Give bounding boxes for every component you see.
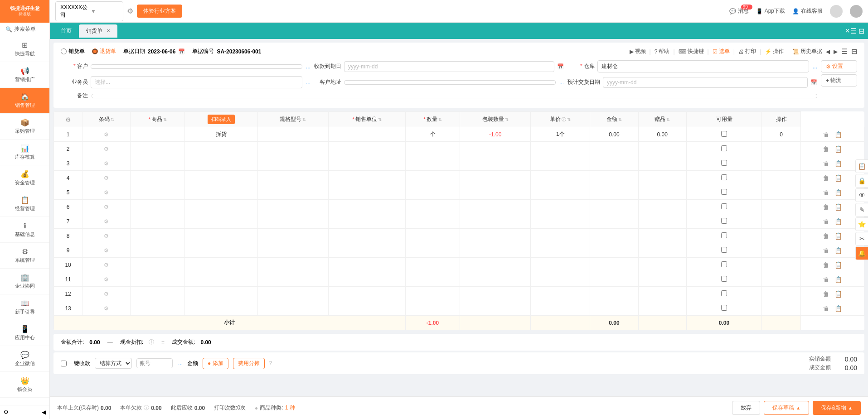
salesperson-dots-btn[interactable]: ...	[306, 79, 310, 86]
tab-close-icon[interactable]: ×	[107, 28, 110, 34]
cell-barcode[interactable]	[131, 243, 185, 258]
gift-checkbox[interactable]	[721, 218, 727, 224]
action-history[interactable]: 📜历史单据	[792, 48, 822, 55]
cell-pkg-qty[interactable]	[531, 229, 590, 243]
cell-gift[interactable]	[686, 258, 762, 272]
cell-spec[interactable]	[328, 229, 405, 243]
cell-barcode[interactable]	[131, 185, 185, 200]
float-btn-5[interactable]: ⭐	[855, 217, 868, 231]
gift-checkbox[interactable]	[721, 203, 727, 209]
sidebar-item-member[interactable]: 👑 畅会员	[0, 372, 49, 398]
sidebar-item-apps[interactable]: 📱 应用中心	[0, 320, 49, 346]
float-btn-3[interactable]: 👁	[855, 188, 868, 202]
cell-pkg-qty[interactable]	[531, 185, 590, 200]
gift-checkbox[interactable]	[721, 261, 727, 267]
cell-barcode[interactable]	[131, 171, 185, 185]
cell-barcode[interactable]	[131, 287, 185, 301]
cell-unit-price[interactable]	[590, 142, 638, 156]
cell-barcode[interactable]	[131, 200, 185, 214]
gift-checkbox[interactable]	[721, 247, 727, 253]
cell-spec[interactable]	[328, 127, 405, 142]
copy-row-btn[interactable]: 📋	[833, 304, 844, 313]
cell-unit-price[interactable]	[590, 229, 638, 243]
sidebar-item-system[interactable]: ⚙ 系统管理	[0, 243, 49, 269]
cell-unit[interactable]	[405, 258, 460, 272]
unit-price-info-icon[interactable]: ⓘ	[562, 116, 566, 123]
copy-row-btn[interactable]: 📋	[833, 130, 844, 139]
cell-amount[interactable]	[638, 229, 686, 243]
cell-unit-price[interactable]	[590, 301, 638, 316]
warehouse-input[interactable]: 建材仓	[597, 60, 809, 72]
cell-gift[interactable]	[686, 185, 762, 200]
cell-unit-price[interactable]	[590, 156, 638, 171]
salesperson-input[interactable]: 选择...	[91, 76, 302, 88]
company-selector[interactable]: XXXXXX公司 ▼	[55, 1, 123, 21]
sidebar-item-purchase[interactable]: 📦 采购管理	[0, 114, 49, 140]
cell-pkg-qty[interactable]	[531, 287, 590, 301]
row-config-icon[interactable]: ⚙	[104, 175, 109, 181]
customer-dots-btn[interactable]: ...	[306, 63, 310, 70]
cell-barcode[interactable]	[131, 301, 185, 316]
cell-unit[interactable]	[405, 287, 460, 301]
user-avatar[interactable]	[830, 5, 843, 18]
cell-qty[interactable]	[460, 301, 531, 316]
delete-row-btn[interactable]: 🗑	[821, 130, 831, 139]
action-video[interactable]: ▶视频	[630, 48, 646, 55]
row-config-icon[interactable]: ⚙	[104, 291, 109, 297]
cell-qty[interactable]	[460, 200, 531, 214]
sidebar-item-basic[interactable]: ℹ 基础信息	[0, 217, 49, 243]
cell-unit[interactable]	[405, 142, 460, 156]
sidebar-item-quick-nav[interactable]: ⊞ 快捷导航	[0, 36, 49, 62]
cell-amount[interactable]	[638, 243, 686, 258]
row-config-icon[interactable]: ⚙	[104, 218, 109, 225]
cell-spec[interactable]	[328, 156, 405, 171]
list-view-icon[interactable]: ☰	[841, 47, 848, 56]
cell-product[interactable]	[185, 185, 257, 200]
table-view-icon[interactable]: ⊟	[851, 47, 857, 56]
copy-row-btn[interactable]: 📋	[833, 202, 844, 212]
cell-spec[interactable]	[328, 301, 405, 316]
cell-amount[interactable]	[638, 287, 686, 301]
cell-amount[interactable]	[638, 171, 686, 185]
cell-pkg-qty[interactable]	[531, 272, 590, 287]
cell-unit[interactable]	[405, 214, 460, 229]
cell-barcode[interactable]	[131, 214, 185, 229]
cell-qty[interactable]	[460, 287, 531, 301]
cell-gift[interactable]	[686, 214, 762, 229]
cell-unit[interactable]	[405, 171, 460, 185]
warehouse-dots-btn[interactable]: ...	[813, 63, 817, 70]
customer-addr-input[interactable]	[344, 80, 556, 85]
cell-product[interactable]: 拆货	[185, 127, 257, 142]
gift-checkbox[interactable]	[721, 189, 727, 195]
cell-pkg-qty[interactable]	[531, 214, 590, 229]
cell-barcode[interactable]	[131, 229, 185, 243]
cell-pkg-qty[interactable]	[531, 200, 590, 214]
cell-pkg-qty[interactable]	[531, 171, 590, 185]
settings-gear-button[interactable]: ⚙	[127, 7, 133, 15]
due-date-calendar-icon[interactable]: 📅	[557, 63, 564, 70]
cell-unit-price[interactable]	[590, 243, 638, 258]
cell-pkg-qty[interactable]	[531, 258, 590, 272]
expected-date-input[interactable]: yyyy-mm-dd	[603, 77, 808, 88]
cell-barcode[interactable]	[131, 127, 185, 142]
cell-unit-price[interactable]	[590, 258, 638, 272]
float-btn-1[interactable]: 📋	[855, 159, 868, 173]
cell-qty[interactable]	[460, 171, 531, 185]
cell-gift[interactable]	[686, 272, 762, 287]
cell-product[interactable]	[185, 214, 257, 229]
close-all-tabs-icon[interactable]: ×	[845, 26, 850, 36]
cell-spec[interactable]	[328, 142, 405, 156]
cell-unit[interactable]	[405, 243, 460, 258]
cell-unit-price[interactable]	[590, 185, 638, 200]
config-icon[interactable]: ⚙	[65, 116, 71, 123]
cell-pkg-qty[interactable]	[531, 156, 590, 171]
row-config-icon[interactable]: ⚙	[104, 276, 109, 283]
action-operation[interactable]: ⚡操作	[765, 48, 784, 55]
calendar-icon[interactable]: 📅	[178, 48, 185, 55]
copy-row-btn[interactable]: 📋	[833, 246, 844, 255]
customer-input[interactable]	[91, 64, 302, 69]
cell-gift[interactable]	[686, 200, 762, 214]
delete-row-btn[interactable]: 🗑	[821, 275, 831, 284]
copy-row-btn[interactable]: 📋	[833, 289, 844, 299]
one-click-pay-checkbox[interactable]: 一键收款	[61, 360, 90, 367]
